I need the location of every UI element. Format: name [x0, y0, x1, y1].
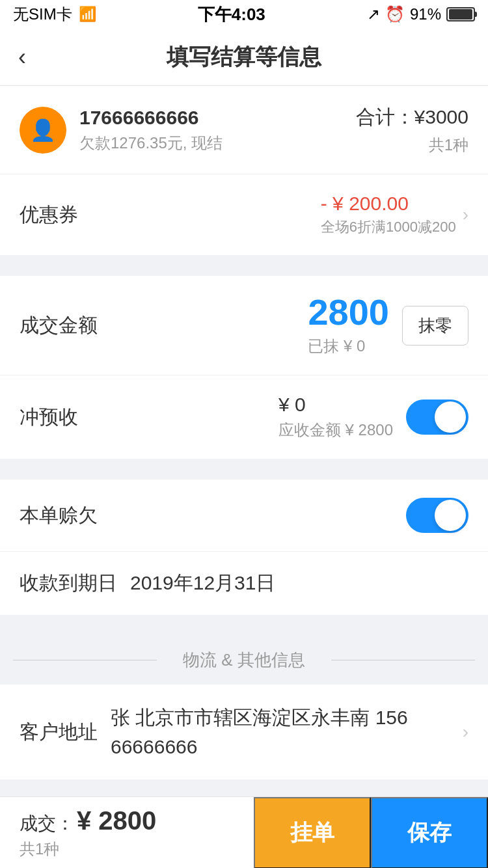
address-card: 客户地址 张 北京市市辖区海淀区永丰南 156 66666666 ›: [0, 685, 488, 780]
deal-amount-value: 2800: [308, 294, 389, 331]
user-row: 👤 17666666666 欠款1276.35元, 现结 合计：¥3000 共1…: [0, 86, 488, 174]
deal-amount-right: 2800 已抹 ¥ 0 抹零: [308, 294, 468, 357]
duedate-row: 收款到期日 2019年12月31日: [0, 551, 488, 615]
address-label: 客户地址: [20, 719, 98, 746]
carrier-label: 无SIM卡: [13, 4, 72, 25]
coupon-desc: 全场6折满1000减200: [321, 217, 456, 237]
section-divider-3: [0, 625, 488, 636]
debt-toggle-knob: [435, 500, 466, 531]
user-info-card: 👤 17666666666 欠款1276.35元, 现结 合计：¥3000 共1…: [0, 86, 488, 255]
status-time: 下午4:03: [198, 3, 265, 26]
precollect-sub: 应收金额 ¥ 2800: [278, 420, 393, 441]
debt-card: 本单赊欠 收款到期日 2019年12月31日: [0, 480, 488, 615]
user-count: 共1种: [356, 135, 468, 156]
status-left: 无SIM卡 📶: [13, 4, 96, 25]
bottom-deal-label: 成交：: [20, 811, 74, 836]
address-chevron-icon: ›: [463, 722, 468, 742]
nav-bar: ‹ 填写结算等信息: [0, 29, 488, 86]
precollect-toggle[interactable]: [406, 400, 468, 435]
wifi-icon: 📶: [79, 6, 96, 23]
precollect-row: 冲预收 ¥ 0 应收金额 ¥ 2800: [0, 375, 488, 459]
duedate-label: 收款到期日: [20, 570, 117, 597]
user-subtext: 欠款1276.35元, 现结: [79, 133, 223, 154]
avatar-icon: 👤: [30, 118, 56, 142]
deal-amount-row: 成交金额 2800 已抹 ¥ 0 抹零: [0, 276, 488, 375]
precollect-info: ¥ 0 应收金额 ¥ 2800: [278, 394, 393, 441]
pending-button[interactable]: 挂单: [254, 797, 371, 869]
toggle-knob: [435, 401, 466, 433]
user-total: 合计：¥3000: [356, 104, 468, 131]
section-divider-1: [0, 265, 488, 276]
deal-amount-sub: 已抹 ¥ 0: [308, 336, 389, 357]
debt-row: 本单赊欠: [0, 480, 488, 551]
precollect-amount: ¥ 0: [278, 394, 393, 416]
deal-amount-label: 成交金额: [20, 312, 98, 339]
logistics-divider: 物流 & 其他信息: [0, 636, 488, 685]
user-right: 合计：¥3000 共1种: [356, 104, 468, 156]
coupon-label: 优惠券: [20, 202, 78, 228]
coupon-amount: - ¥ 200.00: [321, 193, 456, 215]
content-area: 👤 17666666666 欠款1276.35元, 现结 合计：¥3000 共1…: [0, 86, 488, 868]
deal-amount-card: 成交金额 2800 已抹 ¥ 0 抹零 冲预收 ¥ 0 应收金额 ¥ 2800: [0, 276, 488, 459]
address-value: 张 北京市市辖区海淀区永丰南 156 66666666: [111, 703, 450, 761]
status-right: ↗ ⏰ 91%: [367, 5, 475, 23]
back-button[interactable]: ‹: [18, 44, 26, 71]
precollect-right: ¥ 0 应收金额 ¥ 2800: [278, 394, 468, 441]
nav-title: 填写结算等信息: [167, 42, 321, 72]
battery-icon: [446, 7, 475, 21]
alarm-icon: ⏰: [385, 5, 405, 23]
bottom-amount: ¥ 2800: [77, 806, 156, 835]
logistics-line-left: [13, 660, 157, 660]
precollect-label: 冲预收: [20, 404, 78, 431]
user-left: 👤 17666666666 欠款1276.35元, 现结: [20, 107, 223, 154]
duedate-value: 2019年12月31日: [130, 570, 275, 597]
address-row[interactable]: 客户地址 张 北京市市辖区海淀区永丰南 156 66666666 ›: [0, 685, 488, 780]
user-phone: 17666666666: [79, 107, 223, 129]
bottom-count: 共1种: [20, 839, 234, 860]
logistics-line-right: [331, 660, 475, 660]
round-zero-button[interactable]: 抹零: [402, 306, 468, 346]
battery-percent: 91%: [410, 5, 441, 23]
coupon-info: - ¥ 200.00 全场6折满1000减200: [321, 193, 456, 237]
avatar: 👤: [20, 107, 66, 154]
debt-toggle[interactable]: [406, 498, 468, 533]
bottom-info: 成交： ¥ 2800 共1种: [0, 806, 254, 860]
location-icon: ↗: [367, 5, 380, 23]
user-details: 17666666666 欠款1276.35元, 现结: [79, 107, 223, 154]
save-button[interactable]: 保存: [371, 797, 488, 869]
bottom-bar: 成交： ¥ 2800 共1种 挂单 保存: [0, 796, 488, 868]
status-bar: 无SIM卡 📶 下午4:03 ↗ ⏰ 91%: [0, 0, 488, 29]
coupon-right: - ¥ 200.00 全场6折满1000减200 ›: [321, 193, 468, 237]
logistics-text: 物流 & 其他信息: [183, 649, 305, 671]
bottom-deal-row: 成交： ¥ 2800: [20, 806, 234, 836]
debt-label: 本单赊欠: [20, 502, 98, 529]
coupon-row[interactable]: 优惠券 - ¥ 200.00 全场6折满1000减200 ›: [0, 174, 488, 255]
deal-amount-info: 2800 已抹 ¥ 0: [308, 294, 389, 357]
section-divider-2: [0, 469, 488, 480]
chevron-right-icon: ›: [463, 204, 468, 225]
